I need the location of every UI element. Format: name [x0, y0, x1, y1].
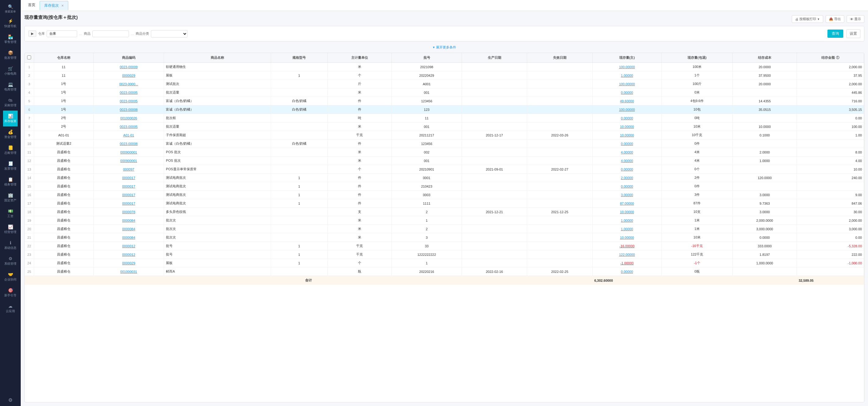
- sidebar-item-7[interactable]: 💰资金管理: [3, 126, 18, 142]
- code-col[interactable]: 0023-00009: [93, 63, 164, 71]
- qty-pkg-col: 10千克: [661, 131, 733, 139]
- seq-col: 17: [25, 199, 34, 208]
- sidebar-item-2[interactable]: 📦批发管理: [3, 47, 18, 63]
- qty-main-col[interactable]: 87.00000: [592, 199, 661, 208]
- qty-main-col[interactable]: 0.00000: [592, 114, 661, 123]
- code-col[interactable]: 0023-00005: [93, 88, 164, 97]
- select-all-checkbox[interactable]: [27, 56, 31, 59]
- code-col[interactable]: 0000017: [93, 182, 164, 191]
- code-col[interactable]: 000900001: [93, 157, 164, 165]
- qty-main-col[interactable]: -16.00000: [592, 242, 661, 250]
- qty-main-col[interactable]: 100.00000: [592, 80, 661, 88]
- tab-inventory-batch[interactable]: 库存批次 ✕: [40, 1, 68, 10]
- qty-main-col[interactable]: 4.00000: [592, 148, 661, 157]
- code-col[interactable]: 0000084: [93, 216, 164, 225]
- sidebar-item-5[interactable]: 🛍采购管理: [3, 95, 18, 110]
- code-col[interactable]: 0000012: [93, 242, 164, 250]
- goods-filter-input[interactable]: [92, 30, 129, 37]
- code-col[interactable]: A01-01: [93, 131, 164, 139]
- sidebar-item-18[interactable]: ☁云应用: [3, 301, 18, 316]
- code-col[interactable]: 0023-00005: [93, 97, 164, 105]
- filter-expand-toggle[interactable]: ▶: [28, 30, 36, 37]
- sidebar-item-17[interactable]: 🎯新手引导: [3, 285, 18, 301]
- sidebar-item-8[interactable]: 📒总账管理: [3, 142, 18, 158]
- qty-main-col[interactable]: 3.00000: [592, 191, 661, 199]
- qty-main-col[interactable]: 0.00000: [592, 182, 661, 191]
- cost-col: 0.1000: [733, 131, 797, 139]
- sidebar-item-16[interactable]: 🤝企业协同: [3, 269, 18, 285]
- qty-main-col[interactable]: 100.00000: [592, 63, 661, 71]
- sidebar-item-6[interactable]: 📊库存核算: [3, 110, 18, 126]
- display-btn[interactable]: 👁 显示: [847, 15, 864, 23]
- sidebar-item-13[interactable]: 📈经营管理: [3, 222, 18, 237]
- code-col[interactable]: 0000029: [93, 71, 164, 80]
- code-col[interactable]: 0000017: [93, 199, 164, 208]
- code-col[interactable]: 0000029: [93, 259, 164, 267]
- exp-date-col: [527, 148, 592, 157]
- qty-main-col[interactable]: 4.00000: [592, 157, 661, 165]
- unit-col: 个: [328, 165, 392, 174]
- sidebar-item-12[interactable]: 💵工资: [3, 206, 18, 222]
- code-col[interactable]: 0000084: [93, 225, 164, 233]
- code-col[interactable]: 0023-0000...: [93, 80, 164, 88]
- cost-col: 20.0000: [733, 63, 797, 71]
- qty-main-col[interactable]: 122.00000: [592, 250, 661, 259]
- sidebar-item-1[interactable]: 🏪零售管理: [3, 31, 18, 47]
- code-col[interactable]: 0023-00005: [93, 123, 164, 131]
- code-col[interactable]: 0000017: [93, 191, 164, 199]
- prod-date-col: [462, 80, 527, 88]
- unit-col: 米: [328, 123, 392, 131]
- qty-main-col[interactable]: 10.00000: [592, 131, 661, 139]
- warehouse-col: 昌盛粮仓: [34, 148, 93, 157]
- sidebar-item-4[interactable]: 💻电商管理: [3, 79, 18, 95]
- qty-main-col[interactable]: -1.00000: [592, 259, 661, 267]
- warehouse-filter-input[interactable]: [46, 30, 77, 37]
- qty-main-col[interactable]: 0.00000: [592, 88, 661, 97]
- sidebar-item-15[interactable]: ⚙系统管理: [3, 253, 18, 269]
- tab-close-icon[interactable]: ✕: [61, 4, 64, 7]
- print-template-btn[interactable]: 🖨 按模板打印 ▼: [792, 15, 823, 23]
- sidebar-item-0[interactable]: ⚡快捷导航: [3, 15, 18, 31]
- code-col[interactable]: 000900001: [93, 148, 164, 157]
- qty-main-col[interactable]: 10.00000: [592, 208, 661, 216]
- warehouse-col: 昌盛粮仓: [34, 216, 93, 225]
- sidebar-settings[interactable]: ⚙: [0, 397, 21, 406]
- qty-main-col[interactable]: 0.00000: [592, 267, 661, 276]
- query-button[interactable]: 查询: [828, 30, 843, 38]
- qty-main-col[interactable]: 10.00000: [592, 233, 661, 242]
- code-col[interactable]: 0023-00008: [93, 105, 164, 114]
- qty-main-col[interactable]: 49.60000: [592, 97, 661, 105]
- prod-date-col: [462, 123, 527, 131]
- tab-home[interactable]: 首页: [24, 1, 40, 10]
- sidebar-item-14[interactable]: ℹ基础信息: [3, 237, 18, 253]
- sidebar-item-10[interactable]: 📋税务管理: [3, 174, 18, 190]
- set-button[interactable]: 设置: [846, 29, 860, 38]
- qty-main-col[interactable]: 10.00000: [592, 123, 661, 131]
- chevron-down-icon: ▾: [433, 45, 435, 49]
- expand-more-conditions[interactable]: ▾ 展开更多条件: [432, 44, 457, 51]
- sidebar-search-menu[interactable]: 🔍 搜索菜单: [0, 2, 21, 15]
- code-col[interactable]: 000097: [93, 165, 164, 174]
- code-col[interactable]: 0023-00008: [93, 139, 164, 148]
- code-col[interactable]: 0000017: [93, 174, 164, 182]
- qty-main-col[interactable]: 2.00000: [592, 174, 661, 182]
- code-col[interactable]: 001000031: [93, 267, 164, 276]
- export-btn[interactable]: 📤 导出: [826, 15, 844, 23]
- name-col: 富诚（白色/奶橘）: [164, 139, 271, 148]
- qty-main-col[interactable]: 0.00000: [592, 165, 661, 174]
- sidebar-item-3[interactable]: 🛒小验电商: [3, 63, 18, 79]
- qty-main-col[interactable]: 100.00000: [592, 105, 661, 114]
- sidebar-item-9[interactable]: 🧾发票管理: [3, 158, 18, 174]
- code-col[interactable]: 001000026: [93, 114, 164, 123]
- col-batch: 批号: [392, 53, 462, 63]
- qty-main-col[interactable]: 0.00000: [592, 139, 661, 148]
- sidebar-item-11[interactable]: 🏢固定资产: [3, 190, 18, 206]
- code-col[interactable]: 0000012: [93, 250, 164, 259]
- qty-main-col[interactable]: 1.00000: [592, 216, 661, 225]
- table-row: 14 昌盛粮仓 0000017 测试电商批次 1 件 0001 2.00000 …: [25, 174, 864, 182]
- qty-main-col[interactable]: 1.00000: [592, 225, 661, 233]
- qty-main-col[interactable]: 1.00000: [592, 71, 661, 80]
- code-col[interactable]: 0000078: [93, 208, 164, 216]
- code-col[interactable]: 0000084: [93, 233, 164, 242]
- category-filter-select[interactable]: [151, 30, 187, 37]
